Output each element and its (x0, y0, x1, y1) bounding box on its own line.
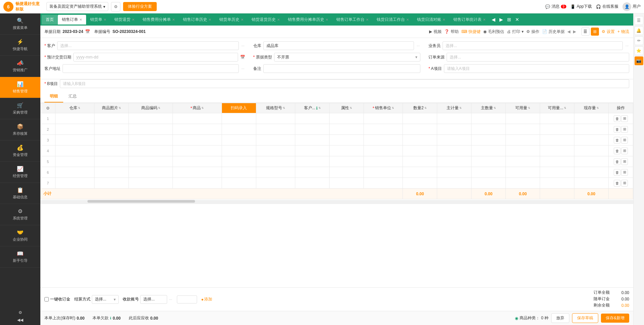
operation-btn[interactable]: ⚙ 操作 (526, 29, 539, 35)
note-input[interactable] (263, 64, 420, 73)
history-btn[interactable]: 📄 历史单据 (542, 29, 565, 35)
amount-input[interactable]: 0.00 (177, 295, 197, 303)
row-copy-btn-3[interactable]: ⊞ (621, 137, 628, 144)
sidebar-item-enterprise[interactable]: 🤝 企业协同 (0, 225, 40, 246)
add-btn[interactable]: ● 添加 (201, 296, 212, 302)
tab-sales-order-history[interactable]: 销售订单历史 ✕ (179, 15, 215, 25)
sidebar-settings-btn[interactable]: ⚙ (18, 310, 22, 315)
grid-view-btn[interactable]: ⊞ (591, 28, 599, 36)
tab-daily-reconcile[interactable]: 钱货日清对账 ✕ (413, 15, 449, 25)
print-btn[interactable]: 🖨 打印 ▾ (507, 29, 524, 35)
sidebar-item-search[interactable]: 🔍 搜索菜单 (0, 13, 40, 35)
right-panel-btn-4[interactable]: ⭐ (635, 46, 643, 55)
order-source-input[interactable]: 选择... (447, 53, 629, 62)
sort-main-unit[interactable]: 主计量 ⇅ (439, 105, 470, 111)
sort-spec[interactable]: 规格型号 ⇅ (258, 105, 294, 111)
sidebar-item-shortcuts[interactable]: ⚡ 快捷导航 (0, 35, 40, 56)
one-click-checkbox[interactable]: 一键收订金 (44, 296, 70, 302)
tab-sales-bill-close[interactable]: ✕ (104, 18, 106, 22)
app-download-btn[interactable]: 📱 App下载 (570, 4, 592, 9)
sort-available2[interactable]: 可用量... ⇅ (541, 105, 573, 111)
sort-customer-order[interactable]: 客户... ℹ ⇅ (297, 105, 328, 111)
add-logistics-btn[interactable]: + 物流 (617, 29, 629, 35)
sidebar-item-guide[interactable]: 📖 新手引导 (0, 246, 40, 268)
calendar2-icon[interactable]: 📅 (240, 55, 245, 59)
sidebar-item-inventory[interactable]: 📦 库存核算 (0, 119, 40, 140)
th-settings[interactable]: ⚙ (41, 103, 55, 113)
save-draft-btn[interactable]: 保存草稿 (572, 313, 598, 323)
tab-sales-return[interactable]: 销货退货 ✕ (110, 15, 139, 25)
tab-sales-workbench-close[interactable]: ✕ (366, 18, 369, 22)
warehouse-input[interactable]: 成品库 (263, 41, 414, 50)
row-delete-btn-6[interactable]: 🗑 (614, 169, 620, 176)
tab-home[interactable]: 首页 (42, 15, 58, 25)
tab-daily-clear[interactable]: 钱货日清工作台 ✕ (373, 15, 413, 25)
tab-next-btn[interactable]: ▶ (497, 15, 505, 24)
tab-sales-return-close[interactable]: ✕ (132, 18, 135, 22)
sort-warehouse[interactable]: 仓库 ⇅ (57, 105, 93, 111)
tab-sales-expense-history[interactable]: 销售费用分摊单历史 ✕ (284, 15, 332, 25)
calendar-icon[interactable]: 📅 (85, 29, 90, 34)
tab-detail[interactable]: 明细 (44, 91, 63, 103)
tab-daily-reconcile-close[interactable]: ✕ (443, 18, 445, 22)
tab-expand-btn[interactable]: ⊞ (505, 15, 513, 24)
customer-addr-ellipsis-btn[interactable]: ··· (241, 67, 245, 71)
customer-input[interactable]: 选择... (57, 41, 239, 50)
tab-daily-clear-close[interactable]: ✕ (406, 18, 409, 22)
a-project-input[interactable] (444, 64, 629, 73)
discard-btn[interactable]: 放弃 (551, 313, 569, 323)
toolbar-prev-btn[interactable]: ◀ (567, 29, 570, 34)
row-delete-btn-2[interactable]: 🗑 (614, 126, 620, 133)
sort-quantity2[interactable]: 数量2 ⇅ (404, 105, 435, 111)
row-copy-btn-5[interactable]: ⊞ (621, 158, 628, 165)
row-delete-btn-1[interactable]: 🗑 (614, 115, 620, 122)
sidebar-item-marketing[interactable]: 📣 营销推广 (0, 56, 40, 77)
delivery-date-input[interactable] (73, 53, 238, 62)
row-delete-btn-5[interactable]: 🗑 (614, 158, 620, 165)
sidebar-item-operations[interactable]: 📈 经营管理 (0, 162, 40, 183)
right-panel-btn-3[interactable]: ✏ (635, 36, 643, 45)
invoice-select[interactable]: 不开票 ▾ (274, 53, 420, 62)
video-btn[interactable]: ▶ 视频 (429, 29, 442, 35)
tab-sales-stats-close[interactable]: ✕ (483, 18, 486, 22)
user-btn[interactable]: 👤 用户 (622, 2, 641, 11)
salesperson-ellipsis-btn[interactable]: ··· (625, 44, 629, 48)
sort-available[interactable]: 可用量 ⇅ (507, 105, 538, 111)
tab-sales-order[interactable]: 销售订单 ✕ (58, 15, 86, 25)
right-panel-btn-1[interactable]: ☰ (635, 16, 643, 25)
list-view-btn[interactable]: ☰ (581, 28, 590, 36)
sort-product-code[interactable]: 商品编码 ⇅ (130, 105, 171, 111)
tab-sales-order-close[interactable]: ✕ (79, 18, 82, 22)
tab-sales-order-history-close[interactable]: ✕ (209, 18, 211, 22)
account-select[interactable]: 选择... (140, 295, 167, 304)
tab-sales-bill-history[interactable]: 销货单历史 ✕ (215, 15, 248, 25)
tab-sales-expense-history-close[interactable]: ✕ (326, 18, 328, 22)
customer-ellipsis-btn[interactable]: ··· (241, 44, 245, 48)
sidebar-item-finance[interactable]: 💰 资金管理 (0, 140, 40, 162)
row-delete-btn-3[interactable]: 🗑 (614, 137, 620, 144)
shortcuts-btn[interactable]: ⌨ 快捷键 (461, 29, 481, 35)
tab-sales-return-history-close[interactable]: ✕ (277, 18, 280, 22)
settings-icon-btn[interactable]: ⚙ (111, 2, 120, 11)
customer-addr-input[interactable] (63, 64, 239, 73)
row-copy-btn-6[interactable]: ⊞ (621, 169, 628, 176)
row-copy-btn-4[interactable]: ⊞ (621, 148, 628, 154)
sort-product[interactable]: * 商品 ⇅ (174, 105, 220, 111)
sidebar-item-sales[interactable]: 📊 销售管理 (0, 77, 40, 98)
one-click-checkbox-input[interactable] (44, 297, 49, 301)
tab-prev-btn[interactable]: ◀ (490, 15, 497, 24)
system-selector[interactable]: 装备及固定资产辅助管理系统 ▾ (46, 2, 108, 11)
sidebar-collapse-btn[interactable]: ◀◀ (17, 318, 23, 322)
right-panel-btn-2[interactable]: 🔔 (635, 26, 643, 35)
message-btn[interactable]: 💬 消息 9 (545, 4, 566, 9)
sort-product-img[interactable]: 商品图片 ⇅ (96, 105, 127, 111)
save-new-btn[interactable]: 保存&新增 (601, 314, 629, 323)
industry-btn[interactable]: 体验行业方案 (123, 2, 157, 11)
online-service-btn[interactable]: 🎧 在线客服 (596, 4, 618, 9)
sort-stock[interactable]: 现存量 ⇅ (576, 105, 607, 111)
row-delete-btn-7[interactable]: 🗑 (614, 180, 620, 187)
row-copy-btn-1[interactable]: ⊞ (621, 115, 628, 122)
tab-sales-bill-history-close[interactable]: ✕ (241, 18, 243, 22)
toolbar-next-btn[interactable]: ▶ (573, 29, 576, 34)
tab-summary[interactable]: 汇总 (63, 91, 82, 103)
